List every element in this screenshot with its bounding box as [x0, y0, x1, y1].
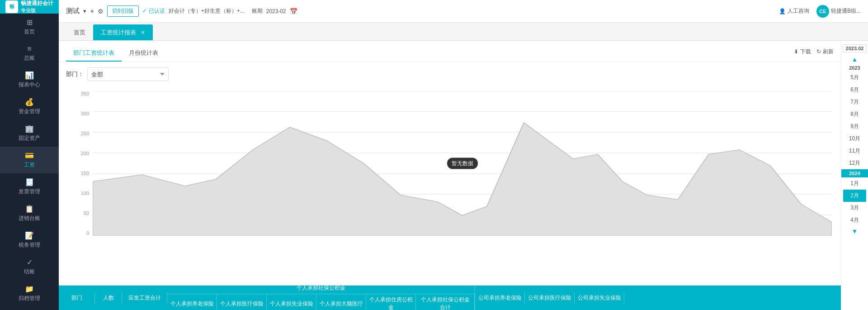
month-2023-8[interactable]: 8月 — [841, 108, 868, 120]
month-2024-2[interactable]: 2月 — [843, 190, 866, 202]
topbar-right: 👤 人工咨询 CE 轻捷通B组... — [779, 5, 861, 18]
sidebar-item-label: 首页 — [24, 28, 35, 36]
col-group-personal-title: 个人承担社保公积金 — [167, 285, 475, 294]
account-tags: 好会计（专）+好生意（标）+... — [169, 7, 245, 15]
switch-old-version-button[interactable]: 切到旧版 — [107, 5, 139, 17]
y-label: 100 — [77, 191, 89, 196]
sidebar-item-archive[interactable]: 📁 归档管理 — [0, 280, 59, 307]
month-2023-12[interactable]: 12月 — [841, 157, 868, 169]
year-2023-label: 2023 — [849, 64, 860, 72]
dept-label: 部门： — [66, 70, 84, 78]
sidebar-item-label: 资金管理 — [19, 108, 40, 115]
sidebar-item-salary[interactable]: 💳 工资 — [0, 147, 59, 173]
col-company-old: 公司承担养老保险 — [475, 292, 525, 304]
tab-close-icon[interactable]: ✕ — [141, 29, 145, 36]
calendar-icon[interactable]: 📅 — [290, 8, 297, 15]
sidebar-item-asset[interactable]: 🏢 固定资产 — [0, 120, 59, 147]
asset-icon: 🏢 — [25, 124, 34, 133]
svg-marker-8 — [93, 123, 832, 236]
col-group-personal-cols: 个人承担养老保险 个人承担医疗保险 个人承担失业保险 个人承担大额医疗 个人承担… — [167, 294, 475, 310]
report-icon: 📊 — [25, 71, 34, 80]
company-dropdown[interactable]: ▾ — [83, 8, 86, 14]
consult-button[interactable]: 👤 人工咨询 — [779, 7, 809, 15]
user-avatar-area[interactable]: CE 轻捷通B组... — [816, 5, 861, 18]
sidebar-item-settings[interactable]: ⚙ 设置 — [0, 307, 59, 310]
col-dept: 部门 — [59, 292, 95, 304]
y-label: 50 — [77, 210, 89, 216]
topbar-settings-icon[interactable]: ⚙ — [98, 8, 104, 15]
col-personal-med: 个人承担医疗保险 — [217, 294, 267, 310]
sidebar-logo: 畅 畅捷通好会计 专业版 — [0, 0, 59, 14]
col-headcount: 人数 — [95, 292, 122, 304]
month-2023-6[interactable]: 6月 — [841, 84, 868, 96]
sidebar-item-trade[interactable]: 📋 进销台账 — [0, 200, 59, 227]
sidebar-item-tax[interactable]: 📝 税务管理 — [0, 227, 59, 253]
company-name: 测试 — [66, 7, 80, 15]
fund-icon: 💰 — [25, 98, 34, 106]
sidebar-item-label: 工资 — [24, 161, 35, 169]
ledger-icon: ≡ — [27, 45, 31, 53]
month-2024-3[interactable]: 3月 — [841, 202, 868, 214]
y-label: 350 — [77, 91, 89, 96]
sidebar-item-fund[interactable]: 💰 资金管理 — [0, 93, 59, 120]
dept-select[interactable]: 全部 财务部 销售部 人事部 技术部 — [87, 67, 169, 81]
avatar: CE — [816, 5, 829, 18]
download-icon: ⬇ — [794, 48, 798, 55]
sidebar-item-report[interactable]: 📊 报表中心 — [0, 67, 59, 93]
archive-icon: 📁 — [25, 285, 34, 293]
tabs-bar: 首页 工资统计报表 ✕ — [59, 23, 868, 41]
sidebar-item-home[interactable]: ⊞ 首页 — [0, 14, 59, 40]
sidebar-item-invoice[interactable]: 🧾 发票管理 — [0, 173, 59, 200]
sub-tab-dept[interactable]: 部门工资统计表 — [66, 45, 122, 62]
right-panel: 2023.02 ▲ 2023 5月 6月 7月 8月 9月 10月 11月 12… — [841, 41, 868, 310]
tab-salary-report[interactable]: 工资统计报表 ✕ — [93, 24, 153, 40]
sidebar-item-ledger[interactable]: ≡ 总账 — [0, 40, 59, 67]
y-label: 0 — [77, 230, 89, 236]
col-personal-big-med: 个人承担大额医疗 — [316, 294, 366, 310]
sidebar-item-label: 固定资产 — [19, 134, 40, 142]
period-label: 账期 — [252, 7, 263, 15]
month-2023-11[interactable]: 11月 — [841, 145, 868, 157]
sidebar: 畅 畅捷通好会计 专业版 ⊞ 首页 ≡ 总账 📊 报表中心 💰 资金管理 🏢 固… — [0, 0, 59, 310]
month-2024-1[interactable]: 1月 — [841, 177, 868, 190]
y-label: 200 — [77, 151, 89, 156]
sub-tabs-actions: ⬇ 下载 ↻ 刷新 — [794, 48, 834, 59]
tab-home[interactable]: 首页 — [66, 24, 93, 40]
download-button[interactable]: ⬇ 下载 — [794, 48, 811, 56]
col-personal-old: 个人承担养老保险 — [167, 294, 217, 310]
prev-year-nav[interactable]: ▲ — [852, 54, 858, 64]
sidebar-item-label: 进销台账 — [19, 215, 40, 222]
period-value: 2023-02 — [266, 8, 286, 14]
filter-bar: 部门： 全部 财务部 销售部 人事部 技术部 — [59, 62, 841, 86]
month-2023-7[interactable]: 7月 — [841, 96, 868, 108]
month-2024-4[interactable]: 4月 — [841, 214, 868, 226]
y-label: 150 — [77, 171, 89, 176]
main-area: 测试 ▾ + ⚙ 切到旧版 ✓ 已认证 好会计（专）+好生意（标）+... 账期… — [59, 0, 868, 310]
month-2023-9[interactable]: 9月 — [841, 120, 868, 133]
month-2023-5[interactable]: 5月 — [841, 72, 868, 84]
sidebar-item-label: 结账 — [24, 268, 35, 276]
salary-icon: 💳 — [25, 151, 34, 160]
refresh-button[interactable]: ↻ 刷新 — [816, 48, 834, 56]
col-company-med: 公司承担医疗保险 — [525, 292, 575, 304]
sidebar-item-close[interactable]: ✓ 结账 — [0, 253, 59, 280]
sidebar-item-label: 归档管理 — [19, 295, 40, 302]
sidebar-item-label: 报表中心 — [19, 81, 40, 89]
col-total-salary: 应发工资合计 — [122, 292, 167, 304]
month-2023-10[interactable]: 10月 — [841, 133, 868, 145]
topbar: 测试 ▾ + ⚙ 切到旧版 ✓ 已认证 好会计（专）+好生意（标）+... 账期… — [59, 0, 868, 23]
y-label: 300 — [77, 111, 89, 116]
col-personal-housing: 个人承担住房公积金 — [366, 294, 416, 310]
col-personal-unemp: 个人承担失业保险 — [267, 294, 316, 310]
y-axis: 350 300 250 200 150 100 50 0 — [77, 91, 93, 236]
close-acct-icon: ✓ — [27, 258, 33, 267]
trade-icon: 📋 — [25, 205, 34, 213]
next-year-nav[interactable]: ▼ — [852, 226, 858, 236]
content-left: 部门工资统计表 月份统计表 ⬇ 下载 ↻ 刷新 — [59, 41, 841, 310]
consult-icon: 👤 — [779, 8, 786, 14]
sidebar-item-label: 发票管理 — [19, 188, 40, 196]
sub-tab-month[interactable]: 月份统计表 — [122, 45, 165, 62]
app-logo-text: 畅捷通好会计 专业版 — [21, 0, 53, 14]
dropdown-arrow-icon: ▾ — [83, 8, 86, 14]
add-button[interactable]: + — [90, 7, 94, 15]
